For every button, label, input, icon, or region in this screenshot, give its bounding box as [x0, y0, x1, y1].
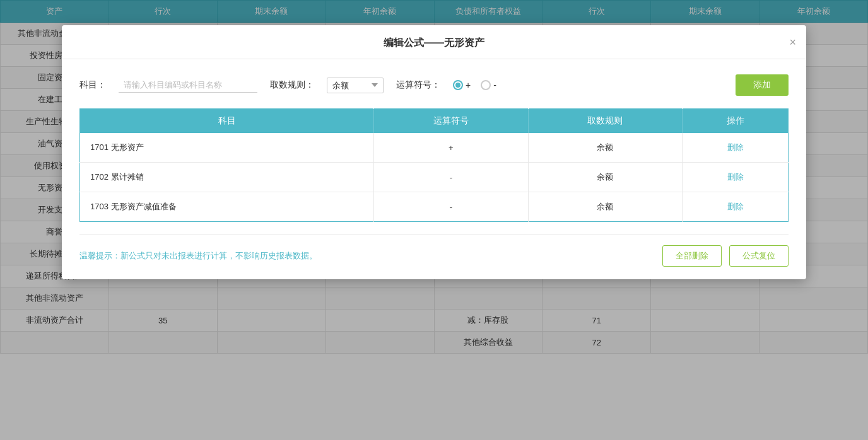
add-button[interactable]: 添加 — [736, 74, 789, 96]
subject-input[interactable] — [119, 78, 257, 93]
formula-operator-2: - — [374, 163, 529, 192]
col-action: 操作 — [683, 109, 789, 134]
rule-select[interactable]: 余额 借方发生额 贷方发生额 — [327, 78, 384, 93]
subject-label: 科目： — [79, 79, 106, 91]
formula-action-1: 删除 — [683, 133, 789, 163]
formula-subject-1: 1701 无形资产 — [80, 133, 374, 163]
formula-rule-3: 余额 — [528, 192, 683, 222]
delete-all-button[interactable]: 全部删除 — [662, 245, 722, 267]
operator-radio-group: + - — [453, 80, 496, 90]
delete-button-3[interactable]: 删除 — [727, 202, 744, 211]
modal-overlay: 编辑公式——无形资产 × 科目： 取数规则： 余额 借方发生额 贷方发生额 运算… — [0, 0, 868, 440]
formula-action-2: 删除 — [683, 163, 789, 192]
formula-row-3: 1703 无形资产减值准备 - 余额 删除 — [80, 192, 789, 222]
delete-button-2[interactable]: 删除 — [727, 172, 744, 182]
radio-minus-circle — [481, 80, 491, 90]
col-rule: 取数规则 — [528, 109, 683, 134]
modal-footer: 温馨提示：新公式只对未出报表进行计算，不影响历史报表数据。 全部删除 公式复位 — [62, 235, 806, 279]
col-subject: 科目 — [80, 109, 374, 134]
operator-label: 运算符号： — [396, 79, 440, 91]
formula-action-3: 删除 — [683, 192, 789, 222]
formula-rule-2: 余额 — [528, 163, 683, 192]
footer-buttons: 全部删除 公式复位 — [662, 245, 789, 267]
formula-table: 科目 运算符号 取数规则 操作 1701 无形资产 + 余额 删除 — [79, 108, 789, 222]
formula-operator-1: + — [374, 133, 529, 163]
col-operator: 运算符号 — [374, 109, 529, 134]
formula-rule-1: 余额 — [528, 133, 683, 163]
formula-row-1: 1701 无形资产 + 余额 删除 — [80, 133, 789, 163]
formula-subject-2: 1702 累计摊销 — [80, 163, 374, 192]
reset-formula-button[interactable]: 公式复位 — [729, 245, 789, 267]
modal-close-button[interactable]: × — [789, 37, 796, 48]
formula-row-2: 1702 累计摊销 - 余额 删除 — [80, 163, 789, 192]
modal-title: 编辑公式——无形资产 — [384, 37, 484, 48]
radio-plus-label: + — [466, 80, 471, 90]
delete-button-1[interactable]: 删除 — [727, 142, 744, 152]
modal-header: 编辑公式——无形资产 × — [62, 25, 806, 59]
footer-tip-text: 温馨提示：新公式只对未出报表进行计算，不影响历史报表数据。 — [79, 251, 317, 260]
modal-body: 科目： 取数规则： 余额 借方发生额 贷方发生额 运算符号： + — [62, 59, 806, 234]
edit-formula-modal: 编辑公式——无形资产 × 科目： 取数规则： 余额 借方发生额 贷方发生额 运算… — [62, 25, 806, 279]
formula-operator-3: - — [374, 192, 529, 222]
formula-subject-3: 1703 无形资产减值准备 — [80, 192, 374, 222]
radio-plus-circle — [453, 80, 463, 90]
footer-tip: 温馨提示：新公式只对未出报表进行计算，不影响历史报表数据。 — [79, 250, 317, 262]
radio-minus-item[interactable]: - — [481, 80, 496, 90]
form-row: 科目： 取数规则： 余额 借方发生额 贷方发生额 运算符号： + — [79, 74, 789, 96]
radio-plus-item[interactable]: + — [453, 80, 471, 90]
radio-minus-label: - — [493, 80, 496, 90]
rule-label: 取数规则： — [270, 79, 314, 91]
